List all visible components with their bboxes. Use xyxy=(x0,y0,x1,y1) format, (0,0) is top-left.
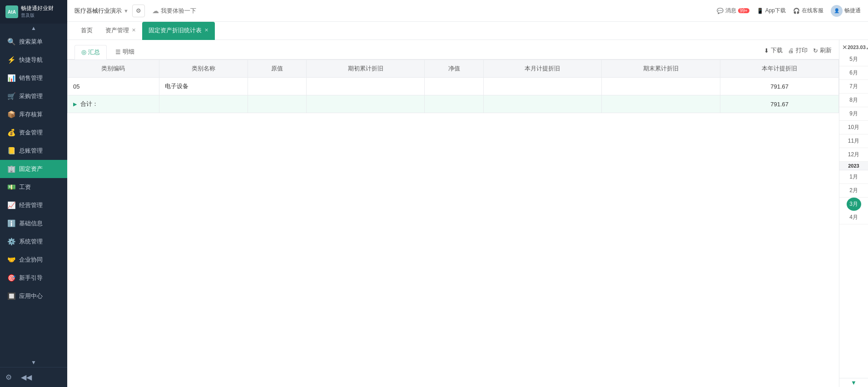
logo-icon: AtA xyxy=(5,5,18,18)
sidebar-label-ledger: 总账管理 xyxy=(19,147,43,155)
tabbar: 首页 资产管理 ✕ 固定资产折旧统计表 ✕ xyxy=(67,22,868,40)
message-icon: 💬 xyxy=(717,8,724,14)
month-2023-3[interactable]: 3月 xyxy=(847,198,861,211)
sidebar-item-search[interactable]: 🔍 搜索菜单 xyxy=(0,33,67,51)
sidebar-scroll-up[interactable]: ▲ xyxy=(0,24,67,33)
online-service-icon: 🎧 xyxy=(793,8,800,14)
tab-asset-mgmt[interactable]: 资产管理 ✕ xyxy=(99,22,142,40)
logo-badge: 普及版 xyxy=(21,12,54,19)
content-area: ◎ 汇总 ☰ 明细 ⬇ 下载 🖨 打印 xyxy=(67,40,868,387)
month-2022-5[interactable]: 5月 xyxy=(839,53,868,66)
download-label: 下载 xyxy=(771,46,783,55)
tab-depreciation[interactable]: 固定资产折旧统计表 ✕ xyxy=(142,22,215,40)
user-menu[interactable]: 👤 畅捷通 xyxy=(831,5,861,17)
sidebar-collapse-button[interactable]: ◀◀ xyxy=(21,373,32,382)
sidebar-label-quicknav: 快捷导航 xyxy=(19,56,43,64)
col-initial-acc: 期初累计折旧 xyxy=(306,60,425,78)
sidebar-label-purchase: 采购管理 xyxy=(19,92,43,100)
month-2022-10[interactable]: 10月 xyxy=(839,121,868,134)
month-2023-4[interactable]: 4月 xyxy=(839,211,868,224)
company-selector[interactable]: 医疗器械行业演示 ▼ xyxy=(74,7,129,15)
experience-button[interactable]: ☁ 我要体验一下 xyxy=(152,7,196,15)
ledger-icon: 📒 xyxy=(7,147,15,155)
sub-tab-detail[interactable]: ☰ 明细 xyxy=(109,45,141,59)
sidebar-item-system[interactable]: ⚙️ 系统管理 xyxy=(0,233,67,251)
month-2022-9[interactable]: 9月 xyxy=(839,107,868,121)
sidebar-item-ledger[interactable]: 📒 总账管理 xyxy=(0,142,67,160)
sidebar-item-fixed-assets[interactable]: 🏢 固定资产 xyxy=(0,160,67,178)
table-container: 类别编码 类别名称 原值 期初累计折旧 净值 本月计提折旧 期末累计折旧 本年计… xyxy=(67,60,839,387)
sidebar-item-inventory[interactable]: 📦 库存核算 xyxy=(0,105,67,124)
tab-depreciation-close[interactable]: ✕ xyxy=(204,27,208,33)
month-2023-2[interactable]: 2月 xyxy=(839,184,868,198)
experience-label: 我要体验一下 xyxy=(161,7,196,15)
col-yearly: 本年计提折旧 xyxy=(720,60,839,78)
sidebar-label-search: 搜索菜单 xyxy=(19,38,43,46)
sidebar-item-operations[interactable]: 📈 经营管理 xyxy=(0,196,67,214)
user-name: 畅捷通 xyxy=(844,7,861,15)
app-download-button[interactable]: 📱 App下载 xyxy=(757,7,786,15)
sidebar-item-finance[interactable]: 💰 资金管理 xyxy=(0,124,67,142)
sidebar-item-payroll[interactable]: 💵 工资 xyxy=(0,178,67,196)
operations-icon: 📈 xyxy=(7,201,15,209)
sidebar-footer: ⚙ ◀◀ xyxy=(0,367,67,387)
payroll-icon: 💵 xyxy=(7,183,15,191)
print-button[interactable]: 🖨 打印 xyxy=(788,46,808,55)
fixedassets-icon: 🏢 xyxy=(7,165,15,173)
col-code: 类别编码 xyxy=(68,60,159,78)
inventory-icon: 📦 xyxy=(7,110,15,119)
sidebar-label-fixedassets: 固定资产 xyxy=(19,165,43,173)
sidebar-label-payroll: 工资 xyxy=(19,183,31,191)
sidebar-item-app-center[interactable]: 🔲 应用中心 xyxy=(0,287,67,305)
month-2022-12[interactable]: 12月 xyxy=(839,148,868,162)
total-label: ▶ 合计： xyxy=(68,95,159,113)
sales-icon: 📊 xyxy=(7,74,15,82)
panel-expand-button[interactable]: ⤢ xyxy=(866,43,868,52)
sidebar-scroll-down[interactable]: ▼ xyxy=(0,358,67,367)
sidebar-item-guide[interactable]: 🎯 新手引导 xyxy=(0,269,67,287)
panel-date-label: 2023.03 xyxy=(848,43,866,52)
cell-yearly: 791.67 xyxy=(720,78,839,95)
sidebar-item-purchase[interactable]: 🛒 采购管理 xyxy=(0,87,67,105)
month-2022-6[interactable]: 6月 xyxy=(839,66,868,80)
month-2022-7[interactable]: 7月 xyxy=(839,80,868,94)
sidebar-label-sales: 销售管理 xyxy=(19,74,43,82)
sidebar-label-finance: 资金管理 xyxy=(19,129,43,137)
cell-end-acc xyxy=(602,78,720,95)
tab-asset-mgmt-close[interactable]: ✕ xyxy=(132,27,136,33)
total-yearly: 791.67 xyxy=(720,95,839,113)
download-button[interactable]: ⬇ 下载 xyxy=(764,46,783,55)
sidebar-item-enterprise[interactable]: 🤝 企业协同 xyxy=(0,251,67,269)
logo-text-block: 畅捷通好业财 普及版 xyxy=(21,5,54,19)
total-icon: ▶ xyxy=(73,101,77,107)
main-area: 医疗器械行业演示 ▼ ⚙ ☁ 我要体验一下 💬 消息 99+ 📱 App下载 🎧… xyxy=(67,0,868,387)
sidebar-settings-button[interactable]: ⚙ xyxy=(5,373,12,382)
month-2022-8[interactable]: 8月 xyxy=(839,94,868,107)
total-end-acc xyxy=(602,95,720,113)
refresh-button[interactable]: ↻ 刷新 xyxy=(813,46,832,55)
month-2022-11[interactable]: 11月 xyxy=(839,134,868,148)
topbar-settings-button[interactable]: ⚙ xyxy=(132,5,145,17)
cell-original xyxy=(248,78,306,95)
month-2023-1[interactable]: 1月 xyxy=(839,170,868,184)
detail-icon: ☰ xyxy=(115,49,121,55)
tab-home-label: 首页 xyxy=(81,26,93,35)
sidebar-nav: 🔍 搜索菜单 ⚡ 快捷导航 📊 销售管理 🛒 采购管理 📦 库存核算 💰 资金管… xyxy=(0,33,67,358)
tab-home[interactable]: 首页 xyxy=(74,22,99,40)
refresh-icon: ↻ xyxy=(813,47,818,54)
panel-scroll[interactable]: 5月 6月 7月 8月 9月 10月 11月 12月 2023 1月 2月 3月… xyxy=(839,53,868,378)
sidebar-item-sales[interactable]: 📊 销售管理 xyxy=(0,69,67,87)
panel-scroll-down[interactable]: ▼ xyxy=(839,378,868,387)
sidebar-item-basic-info[interactable]: ℹ️ 基础信息 xyxy=(0,214,67,233)
logo-title: 畅捷通好业财 xyxy=(21,5,54,12)
sub-tab-summary[interactable]: ◎ 汇总 xyxy=(74,45,107,60)
topbar-right: 💬 消息 99+ 📱 App下载 🎧 在线客服 👤 畅捷通 xyxy=(717,5,861,17)
sidebar-item-quick-nav[interactable]: ⚡ 快捷导航 xyxy=(0,51,67,69)
message-button[interactable]: 💬 消息 99+ xyxy=(717,7,749,15)
tab-asset-mgmt-label: 资产管理 xyxy=(105,26,129,35)
online-service-button[interactable]: 🎧 在线客服 xyxy=(793,7,823,15)
col-original: 原值 xyxy=(248,60,306,78)
message-label: 消息 xyxy=(725,7,736,15)
depreciation-table: 类别编码 类别名称 原值 期初累计折旧 净值 本月计提折旧 期末累计折旧 本年计… xyxy=(67,60,839,113)
panel-close-button[interactable]: ✕ xyxy=(842,43,848,52)
